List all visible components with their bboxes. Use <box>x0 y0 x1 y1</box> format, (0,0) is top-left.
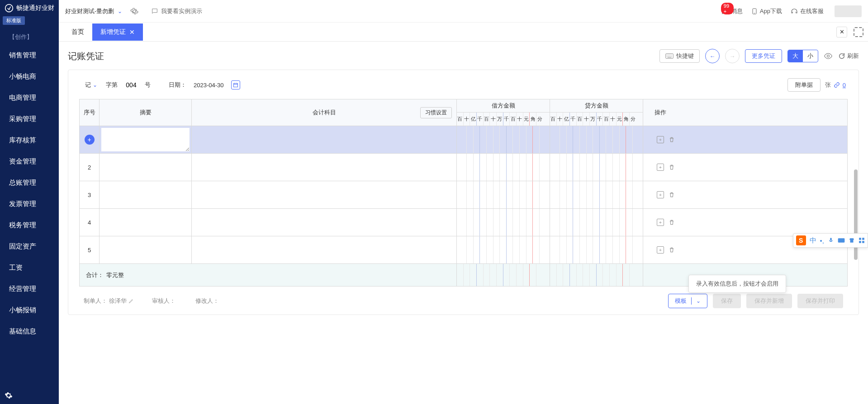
copy-row-icon[interactable]: + <box>657 246 664 254</box>
cell-debit[interactable] <box>457 154 550 181</box>
table-row[interactable]: 3+ <box>80 181 847 208</box>
cell-debit[interactable] <box>457 209 550 236</box>
number-suffix: 号 <box>145 81 151 89</box>
template-button[interactable]: 模板 ⌄ <box>668 294 707 308</box>
cell-subject[interactable] <box>192 209 457 236</box>
settings-gear[interactable] <box>0 387 59 404</box>
messages-button[interactable]: 99 + 消息 <box>721 7 743 15</box>
tab-home[interactable]: 首页 <box>63 23 92 41</box>
nav-assets[interactable]: 固定资产 <box>0 236 59 257</box>
cell-credit[interactable] <box>550 126 643 153</box>
copy-row-icon[interactable]: + <box>657 164 664 171</box>
cell-seq: 4 <box>80 209 100 236</box>
svg-rect-6 <box>838 238 845 242</box>
link-icon[interactable] <box>834 82 840 88</box>
copy-row-icon[interactable]: + <box>657 191 664 198</box>
nav-inventory[interactable]: 库存核算 <box>0 130 59 151</box>
refresh-button[interactable]: 刷新 <box>838 52 859 60</box>
cell-subject[interactable] <box>192 154 457 181</box>
attach-count[interactable]: 0 <box>843 82 846 89</box>
ime-mic-icon[interactable] <box>828 237 834 244</box>
nav-ops[interactable]: 经营管理 <box>0 278 59 300</box>
delete-row-icon[interactable] <box>669 219 675 225</box>
delete-row-icon[interactable] <box>669 136 675 143</box>
ime-punct-icon[interactable]: •, <box>820 237 824 244</box>
settings-icon[interactable] <box>130 7 138 15</box>
delete-row-icon[interactable] <box>669 247 675 253</box>
cell-credit[interactable] <box>550 236 643 263</box>
cell-summary[interactable] <box>100 209 192 236</box>
calendar-icon[interactable] <box>231 80 240 89</box>
ime-skin-icon[interactable] <box>849 237 855 244</box>
cell-ops: + <box>643 154 678 181</box>
tooltip: 录入有效信息后，按钮才会启用 <box>688 275 786 293</box>
ime-lang[interactable]: 中 <box>810 236 816 245</box>
next-button[interactable]: → <box>725 49 740 63</box>
habit-settings-button[interactable]: 习惯设置 <box>420 107 452 118</box>
cell-summary[interactable] <box>100 236 192 263</box>
edit-icon[interactable] <box>128 298 134 304</box>
table-row[interactable]: 4+ <box>80 208 847 236</box>
close-all-button[interactable]: ✕ <box>836 27 847 38</box>
nav-ecom2[interactable]: 电商管理 <box>0 87 59 108</box>
ime-toolbox-icon[interactable] <box>859 237 865 244</box>
th-subject: 会计科目 习惯设置 <box>192 99 457 126</box>
size-small[interactable]: 小 <box>803 50 818 62</box>
ime-floating-bar[interactable]: S 中 •, <box>793 233 868 248</box>
ime-keyboard-icon[interactable] <box>838 238 845 243</box>
table-row[interactable]: 5+ <box>80 236 847 263</box>
nav-item-dim[interactable]: 【创作】 <box>0 29 59 45</box>
cell-debit[interactable] <box>457 126 550 153</box>
close-icon[interactable]: ✕ <box>129 28 135 36</box>
cell-debit[interactable] <box>457 236 550 263</box>
cell-credit[interactable] <box>550 154 643 181</box>
more-vouchers-button[interactable]: 更多凭证 <box>745 49 782 63</box>
nav-expense[interactable]: 小畅报销 <box>0 300 59 321</box>
shortcut-button[interactable]: 快捷键 <box>659 49 700 63</box>
cell-debit[interactable] <box>457 181 550 208</box>
table-row[interactable]: 2+ <box>80 153 847 181</box>
cell-summary[interactable] <box>100 126 192 153</box>
attach-button[interactable]: 附单据 <box>787 78 821 92</box>
th-seq: 序号 <box>80 99 100 126</box>
summary-input[interactable] <box>101 128 190 151</box>
demo-link[interactable]: 我要看实例演示 <box>151 7 202 15</box>
cell-summary[interactable] <box>100 181 192 208</box>
refresh-label: 刷新 <box>847 52 859 60</box>
delete-row-icon[interactable] <box>669 164 675 170</box>
eye-icon[interactable] <box>824 52 833 61</box>
size-large[interactable]: 大 <box>788 50 803 62</box>
avatar[interactable] <box>835 5 862 17</box>
project-select[interactable]: 好业财测试-量勿删 ⌄ <box>65 7 122 15</box>
nav-invoice[interactable]: 发票管理 <box>0 193 59 215</box>
cell-subject[interactable] <box>192 236 457 263</box>
cell-credit[interactable] <box>550 209 643 236</box>
nav-ecom1[interactable]: 小畅电商 <box>0 66 59 87</box>
cell-subject[interactable] <box>192 181 457 208</box>
fullscreen-icon[interactable] <box>854 27 863 37</box>
edition-badge: 标准版 <box>3 16 25 25</box>
prev-button[interactable]: ← <box>705 49 720 63</box>
nav-tax[interactable]: 税务管理 <box>0 215 59 236</box>
tab-new-voucher[interactable]: 新增凭证 ✕ <box>92 23 143 41</box>
nav-purchase[interactable]: 采购管理 <box>0 108 59 130</box>
nav-salary[interactable]: 工资 <box>0 257 59 278</box>
date-input[interactable]: 2023-04-30 <box>190 80 228 90</box>
size-toggle[interactable]: 大 小 <box>787 50 818 62</box>
add-row-button[interactable]: + <box>85 135 95 145</box>
support-button[interactable]: 在线客服 <box>790 7 824 15</box>
nav-funds[interactable]: 资金管理 <box>0 151 59 172</box>
app-download-button[interactable]: App下载 <box>751 7 782 15</box>
nav-ledger[interactable]: 总账管理 <box>0 172 59 193</box>
nav-basic[interactable]: 基础信息 <box>0 321 59 342</box>
nav-sales[interactable]: 销售管理 <box>0 45 59 66</box>
copy-row-icon[interactable]: + <box>657 136 664 143</box>
cell-summary[interactable] <box>100 154 192 181</box>
delete-row-icon[interactable] <box>669 192 675 198</box>
voucher-number-input[interactable] <box>122 81 140 89</box>
table-row[interactable]: ++ <box>80 126 847 153</box>
cell-subject[interactable] <box>192 126 457 153</box>
cell-credit[interactable] <box>550 181 643 208</box>
copy-row-icon[interactable]: + <box>657 219 664 226</box>
voucher-word-select[interactable]: 记 ⌄ <box>81 79 101 91</box>
